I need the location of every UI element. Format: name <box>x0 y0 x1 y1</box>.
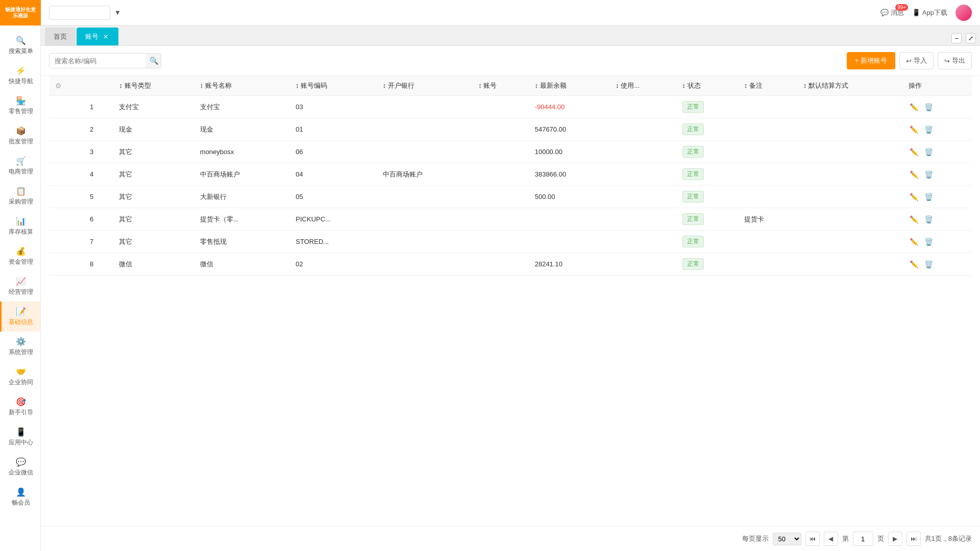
col-balance[interactable]: ↕ 最新余额 <box>529 76 609 96</box>
add-account-button[interactable]: + 新增账号 <box>847 52 895 69</box>
col-bank[interactable]: ↕ 开户银行 <box>377 76 473 96</box>
tab-maximize-button[interactable]: ⤢ <box>966 33 976 43</box>
app-download-label: App下载 <box>922 8 947 17</box>
sidebar-item-basic-info[interactable]: 📝 基础信息 <box>0 302 40 332</box>
sidebar-item-ecommerce[interactable]: 🛒 电商管理 <box>0 151 40 181</box>
col-settings[interactable]: ⚙ <box>49 76 84 96</box>
tab-minimize-button[interactable]: – <box>951 33 962 43</box>
delete-button[interactable]: 🗑️ <box>923 259 934 269</box>
tab-close-icon[interactable]: ✕ <box>102 33 110 41</box>
export-button[interactable]: ↪ 导出 <box>938 52 972 69</box>
col-status[interactable]: ↕ 状态 <box>676 76 738 96</box>
cell-index: 7 <box>84 231 113 253</box>
export-label: 导出 <box>952 56 965 65</box>
edit-button[interactable]: ✏️ <box>909 192 919 202</box>
cell-remark <box>738 163 797 186</box>
edit-button[interactable]: ✏️ <box>909 124 919 135</box>
member-icon: 👤 <box>16 487 26 497</box>
cell-type: 其它 <box>113 186 193 208</box>
col-usage[interactable]: ↕ 使用... <box>609 76 676 96</box>
cell-code: 03 <box>289 96 376 118</box>
header-dropdown[interactable]: ▼ <box>114 9 121 16</box>
sidebar-item-label: 电商管理 <box>9 167 33 176</box>
sidebar-item-agreement[interactable]: 🤝 企业协同 <box>0 362 40 392</box>
delete-button[interactable]: 🗑️ <box>923 124 934 135</box>
cell-code: 06 <box>289 141 376 163</box>
cell-balance <box>529 231 609 253</box>
search-input[interactable] <box>50 54 145 68</box>
sidebar-item-purchase[interactable]: 📋 采购管理 <box>0 181 40 211</box>
first-page-button[interactable]: ⏮ <box>805 532 820 546</box>
page-suffix: 页 <box>877 534 884 543</box>
cell-code: 02 <box>289 253 376 276</box>
edit-button[interactable]: ✏️ <box>909 102 919 112</box>
sidebar-item-finance[interactable]: 💰 资金管理 <box>0 241 40 271</box>
per-page-select[interactable]: 50 100 200 <box>773 533 801 545</box>
cell-remark <box>738 186 797 208</box>
delete-button[interactable]: 🗑️ <box>923 214 934 224</box>
delete-button[interactable]: 🗑️ <box>923 169 934 180</box>
sidebar-item-label: 资金管理 <box>9 258 33 266</box>
cell-bank <box>377 253 473 276</box>
sidebar-item-app-center[interactable]: 📱 应用中心 <box>0 422 40 452</box>
col-type[interactable]: ↕ 账号类型 <box>113 76 193 96</box>
sidebar-item-wholesale[interactable]: 📦 批发管理 <box>0 121 40 151</box>
edit-button[interactable]: ✏️ <box>909 259 919 269</box>
delete-button[interactable]: 🗑️ <box>923 192 934 202</box>
sidebar-item-wechat[interactable]: 💬 企业微信 <box>0 452 40 482</box>
sidebar-item-quick-nav[interactable]: ⚡ 快捷导航 <box>0 61 40 91</box>
cell-bank <box>377 96 473 118</box>
tab-home[interactable]: 首页 <box>45 28 76 45</box>
cell-code: 01 <box>289 118 376 141</box>
cell-action: ✏️ 🗑️ <box>902 253 972 276</box>
cell-settings <box>49 253 84 276</box>
delete-button[interactable]: 🗑️ <box>923 237 934 247</box>
table-row: 8 微信 微信 02 28241.10 正常 ✏️ 🗑️ <box>49 253 972 276</box>
tab-accounts[interactable]: 账号 ✕ <box>77 28 118 45</box>
sidebar-item-system[interactable]: ⚙️ 系统管理 <box>0 332 40 362</box>
cell-remark <box>738 253 797 276</box>
user-avatar[interactable] <box>955 5 972 21</box>
prev-page-button[interactable]: ◀ <box>824 532 838 546</box>
sidebar-item-guide[interactable]: 🎯 新手引导 <box>0 392 40 422</box>
col-account[interactable]: ↕ 账号 <box>472 76 529 96</box>
sidebar-item-label: 零售管理 <box>9 107 33 116</box>
total-info: 共1页，8条记录 <box>925 534 972 543</box>
cell-bank <box>377 118 473 141</box>
cell-balance <box>529 208 609 231</box>
toolbar-actions: + 新增账号 ↩ 导入 ↪ 导出 <box>847 52 972 69</box>
sidebar-item-operation[interactable]: 📈 经营管理 <box>0 271 40 302</box>
tab-accounts-label: 账号 <box>85 32 99 41</box>
sidebar-item-retail[interactable]: 🏪 零售管理 <box>0 91 40 121</box>
system-icon: ⚙️ <box>16 337 26 346</box>
last-page-button[interactable]: ⏭ <box>906 532 921 546</box>
table-container: ⚙ ↕ 账号类型 ↕ 账号名称 ↕ 账号编码 ↕ 开户银行 ↕ 账号 ↕ 最新余… <box>41 76 980 526</box>
delete-button[interactable]: 🗑️ <box>923 102 934 112</box>
col-name[interactable]: ↕ 账号名称 <box>194 76 290 96</box>
sidebar-item-search-menu[interactable]: 🔍 搜索菜单 <box>0 31 40 61</box>
sidebar-item-inventory[interactable]: 📊 库存核算 <box>0 211 40 241</box>
search-button[interactable]: 🔍 <box>145 54 161 68</box>
col-default-payment[interactable]: ↕ 默认结算方式 <box>797 76 902 96</box>
delete-button[interactable]: 🗑️ <box>923 147 934 157</box>
cell-account <box>472 208 529 231</box>
cell-name: 支付宝 <box>194 96 290 118</box>
sidebar-item-label: 系统管理 <box>9 348 33 357</box>
message-button[interactable]: 💬 消息 99+ <box>880 8 904 17</box>
edit-button[interactable]: ✏️ <box>909 237 919 247</box>
import-button[interactable]: ↩ 导入 <box>899 52 934 69</box>
sidebar-item-label: 采购管理 <box>9 197 33 206</box>
edit-button[interactable]: ✏️ <box>909 214 919 224</box>
page-input[interactable] <box>853 532 873 546</box>
col-code[interactable]: ↕ 账号编码 <box>289 76 376 96</box>
app-download-button[interactable]: 📱 App下载 <box>912 8 947 17</box>
table-row: 6 其它 提货卡（零... PICKUPC... 正常 提货卡 ✏️ 🗑️ <box>49 208 972 231</box>
ecommerce-icon: 🛒 <box>16 156 26 166</box>
cell-status: 正常 <box>676 96 738 118</box>
header-search-input[interactable] <box>49 6 110 20</box>
edit-button[interactable]: ✏️ <box>909 147 919 157</box>
edit-button[interactable]: ✏️ <box>909 169 919 180</box>
col-remark[interactable]: ↕ 备注 <box>738 76 797 96</box>
next-page-button[interactable]: ▶ <box>888 532 902 546</box>
sidebar-item-member[interactable]: 👤 畅会员 <box>0 482 40 512</box>
